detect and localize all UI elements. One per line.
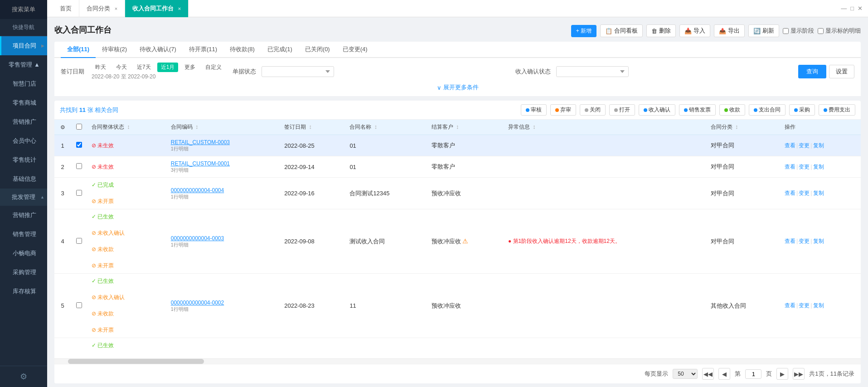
sidebar-item-project[interactable]: 项目合同 (0, 36, 47, 55)
refresh-button[interactable]: 🔄 刷新 (748, 24, 779, 37)
kanban-button[interactable]: 📋 合同看板 (600, 24, 643, 37)
tab-income-contract-close[interactable]: × (178, 6, 181, 11)
op-view-2[interactable]: 查看 (785, 190, 795, 196)
date-btn-yesterday[interactable]: 昨天 (92, 63, 110, 72)
op-copy-3[interactable]: 复制 (813, 238, 824, 244)
op-view-4[interactable]: 查看 (785, 302, 795, 309)
action-btn-关闭[interactable]: 关闭 (580, 104, 606, 116)
date-btn-1month[interactable]: 近1月 (157, 63, 179, 72)
sub-tab-2[interactable]: 待收入确认(7) (133, 42, 183, 58)
op-copy-1[interactable]: 复制 (813, 164, 824, 170)
export-button[interactable]: 📤 导出 (714, 24, 745, 37)
horizontal-scrollbar[interactable] (54, 358, 861, 364)
filter-setting-button[interactable]: 设置 (829, 65, 854, 78)
date-btn-7days[interactable]: 近7天 (133, 63, 155, 72)
tab-contract-class-close[interactable]: × (115, 6, 117, 11)
op-view-1[interactable]: 查看 (785, 164, 795, 170)
action-btn-弃审[interactable]: 弃审 (550, 104, 576, 116)
action-btn-审核[interactable]: 审核 (521, 104, 547, 116)
row-code-1[interactable]: RETAIL_CUSTOM-00013行明细 (166, 156, 280, 178)
row-check-0[interactable] (71, 135, 87, 156)
sub-tab-3[interactable]: 待开票(11) (183, 42, 223, 58)
date-btn-more[interactable]: 更多 (181, 63, 199, 72)
row-code-3[interactable]: 0000000000004-00031行明细 (166, 209, 280, 274)
minimize-btn[interactable]: — (841, 5, 847, 12)
op-copy-2[interactable]: 复制 (813, 190, 824, 196)
tab-home[interactable]: 首页 (53, 0, 79, 17)
sub-tab-1[interactable]: 待审核(2) (96, 42, 133, 58)
date-btn-today[interactable]: 今天 (112, 63, 131, 72)
sidebar-item-retail-mall[interactable]: 零售商城 (0, 93, 47, 112)
sidebar-search[interactable]: 搜索菜单 (0, 0, 47, 19)
sidebar-item-xiaochang[interactable]: 小畅电商 (0, 244, 47, 263)
action-btn-采购[interactable]: 采购 (789, 104, 815, 116)
income-confirm-select[interactable] (556, 66, 629, 77)
col-check-all[interactable] (71, 120, 87, 135)
op-view-3[interactable]: 查看 (785, 238, 795, 244)
next-page-btn[interactable]: ▶ (776, 368, 788, 380)
sub-tab-0[interactable]: 全部(11) (61, 42, 96, 58)
close-btn[interactable]: ✕ (858, 5, 863, 12)
sidebar-item-marketing[interactable]: 营销推广 (0, 112, 47, 131)
row-check-3[interactable] (71, 209, 87, 274)
action-btn-收入确认[interactable]: 收入确认 (639, 104, 675, 116)
op-edit-1[interactable]: 变更 (799, 164, 810, 170)
show-stage-checkbox[interactable]: 显示阶段 (783, 27, 814, 35)
row-check-1[interactable] (71, 156, 87, 178)
sidebar-item-smart-store[interactable]: 智慧门店 (0, 74, 47, 93)
action-btn-销售发票[interactable]: 销售发票 (679, 104, 716, 116)
row-check-5[interactable] (71, 338, 87, 359)
action-btn-费用支出[interactable]: 费用支出 (819, 104, 855, 116)
col-config[interactable]: ⚙ (54, 120, 71, 135)
sub-tab-4[interactable]: 待收款(8) (223, 42, 261, 58)
prev-page-btn[interactable]: ◀ (718, 368, 730, 380)
row-code-4[interactable]: 0000000000004-00021行明细 (166, 274, 280, 338)
sidebar-item-wholesale-mgmt[interactable]: 批发管理 ▲ (0, 189, 47, 206)
row-code-2[interactable]: 0000000000004-00041行明细 (166, 178, 280, 209)
sub-tab-5[interactable]: 已完成(1) (261, 42, 299, 58)
tab-contract-class[interactable]: 合同分类 × (79, 0, 125, 17)
sidebar-item-marketing2[interactable]: 营销推广 (0, 206, 47, 225)
sidebar-item-retail-stats[interactable]: 零售统计 (0, 150, 47, 169)
expand-more-btn[interactable]: ∨ 展开更多条件 (61, 83, 854, 92)
sidebar-quick-nav[interactable]: 快捷导航 (0, 19, 47, 36)
op-view-0[interactable]: 查看 (785, 142, 795, 149)
row-code-5[interactable]: 0000000000004-00011行明细 (166, 338, 280, 359)
import-button[interactable]: 📥 导入 (679, 24, 710, 37)
sidebar-item-member[interactable]: 会员中心 (0, 131, 47, 150)
main-area: 首页 合同分类 × 收入合同工作台 × — □ ✕ 收入合同工作台 + 新增 📋… (47, 0, 868, 387)
doc-status-select[interactable] (262, 66, 334, 77)
action-btn-支出合同[interactable]: 支出合同 (749, 104, 786, 116)
op-edit-3[interactable]: 变更 (799, 238, 810, 244)
new-button[interactable]: + 新增 (571, 25, 596, 37)
sidebar-settings-btn[interactable]: ⚙ (0, 366, 47, 387)
op-edit-2[interactable]: 变更 (799, 190, 810, 196)
row-check-4[interactable] (71, 274, 87, 338)
table-scroll[interactable]: ⚙ 合同整体状态 ↕ 合同编码 ↕ 签订日期 ↕ 合同名称 ↕ 结算客户 ↕ 异… (54, 120, 861, 358)
sub-tab-6[interactable]: 已关闭(0) (299, 42, 336, 58)
sidebar-item-retail-mgmt[interactable]: 零售管理 (0, 55, 47, 74)
query-button[interactable]: 查询 (798, 65, 826, 78)
sidebar-item-sales-mgmt[interactable]: 销售管理 (0, 225, 47, 244)
row-code-0[interactable]: RETAIL_CUSTOM-00031行明细 (166, 135, 280, 156)
sub-tab-7[interactable]: 已变更(4) (336, 42, 374, 58)
page-input[interactable] (745, 369, 761, 379)
tab-income-contract[interactable]: 收入合同工作台 × (125, 0, 189, 17)
first-page-btn[interactable]: ◀◀ (702, 368, 714, 380)
sidebar-item-purchase[interactable]: 采购管理 (0, 263, 47, 282)
op-copy-0[interactable]: 复制 (813, 142, 824, 149)
sidebar-item-basic-info[interactable]: 基础信息 (0, 169, 47, 189)
delete-button[interactable]: 🗑 删除 (646, 24, 676, 37)
show-detail-checkbox[interactable]: 显示标的明细 (818, 27, 861, 35)
page-size-select[interactable]: 50 20 100 (673, 369, 698, 379)
sidebar-item-inventory[interactable]: 库存核算 (0, 282, 47, 301)
maximize-btn[interactable]: □ (850, 5, 854, 12)
date-btn-custom[interactable]: 自定义 (202, 63, 225, 72)
row-check-2[interactable] (71, 178, 87, 209)
op-edit-4[interactable]: 变更 (799, 302, 810, 309)
op-copy-4[interactable]: 复制 (813, 302, 824, 309)
action-btn-打开[interactable]: 打开 (609, 104, 635, 116)
action-btn-收款[interactable]: 收款 (719, 104, 745, 116)
op-edit-0[interactable]: 变更 (799, 142, 810, 149)
last-page-btn[interactable]: ▶▶ (793, 368, 805, 380)
